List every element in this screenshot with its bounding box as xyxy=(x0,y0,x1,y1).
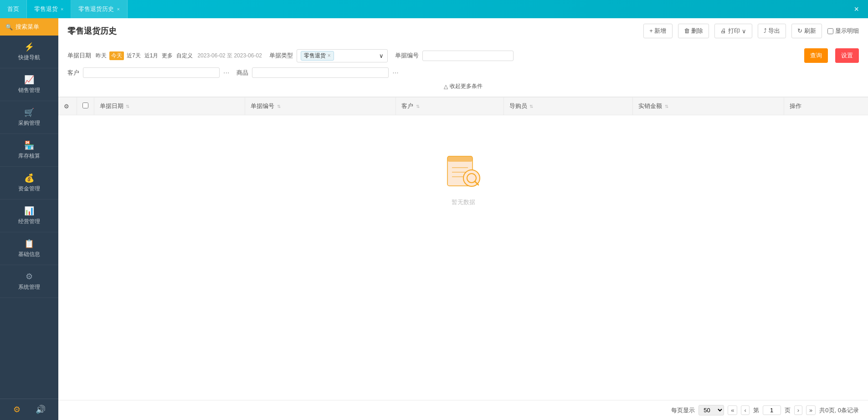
customer-input[interactable] xyxy=(83,67,220,78)
doc-no-filter-group: 单据编号 xyxy=(395,51,514,61)
show-detail-toggle[interactable]: 显示明细 xyxy=(827,27,859,35)
refresh-button[interactable]: ↻ 刷新 xyxy=(791,24,822,38)
th-date[interactable]: 单据日期 ⇅ xyxy=(94,97,245,115)
tab-retail-return-history-label: 零售退货历史 xyxy=(78,5,114,13)
purchase-icon: 🛒 xyxy=(24,108,34,118)
table-container: ⚙ 单据日期 ⇅ 单据编号 ⇅ xyxy=(58,97,868,400)
date-yesterday[interactable]: 昨天 xyxy=(95,51,108,60)
tab-retail-return-close[interactable]: × xyxy=(61,6,63,12)
th-amount[interactable]: 实销金额 ⇅ xyxy=(633,97,784,115)
next-page-btn[interactable]: › xyxy=(794,405,802,415)
th-action-label: 操作 xyxy=(790,102,801,109)
tab-retail-return[interactable]: 零售退货 × xyxy=(27,0,71,18)
audio-bottom-icon[interactable]: 🔊 xyxy=(36,405,46,415)
first-page-btn[interactable]: « xyxy=(728,405,737,415)
doc-no-input[interactable] xyxy=(422,51,514,61)
page-header: 零售退货历史 + 新增 🗑 删除 🖨 打印 ∨ ⤴ 导出 ↻ 刷新 显示明细 xyxy=(58,18,868,97)
page-title-bar: 零售退货历史 + 新增 🗑 删除 🖨 打印 ∨ ⤴ 导出 ↻ 刷新 显示明细 xyxy=(67,24,859,38)
tab-retail-return-history[interactable]: 零售退货历史 × xyxy=(71,0,127,18)
operations-icon: 📊 xyxy=(24,206,34,216)
th-settings[interactable]: ⚙ xyxy=(58,97,77,115)
pagination-bar: 每页显示 20 50 100 « ‹ 第 页 › » 共0页, 0条记录 xyxy=(58,400,868,420)
print-label: 🖨 打印 xyxy=(720,27,740,35)
th-amount-sort-icon: ⇅ xyxy=(665,104,668,109)
sidebar-item-operations[interactable]: 📊 经营管理 xyxy=(0,200,58,232)
th-checkbox[interactable] xyxy=(77,97,94,115)
top-bar: 首页 零售退货 × 零售退货历史 × × xyxy=(0,0,868,18)
goods-dots[interactable]: ··· xyxy=(392,69,398,77)
sidebar-item-system-mgmt[interactable]: ⚙ 系统管理 xyxy=(0,265,58,298)
last-page-btn[interactable]: » xyxy=(806,405,816,415)
page-input[interactable] xyxy=(763,405,781,415)
sidebar-bottom: ⚙ 🔊 xyxy=(0,399,58,420)
collapse-more-btn[interactable]: △ 收起更多条件 xyxy=(444,82,483,90)
customer-label: 客户 xyxy=(67,69,79,77)
sidebar-item-purchase-mgmt[interactable]: 🛒 采购管理 xyxy=(0,101,58,134)
show-detail-checkbox-input[interactable] xyxy=(827,28,833,34)
sidebar: 🔍 搜索菜单 ⚡ 快捷导航 📈 销售管理 🛒 采购管理 🏪 库存核算 💰 资金管… xyxy=(0,18,58,420)
date-more[interactable]: 更多 xyxy=(161,51,174,60)
page-size-select[interactable]: 20 50 100 xyxy=(699,405,724,415)
date-today[interactable]: 今天 xyxy=(109,51,124,60)
settings-col-icon[interactable]: ⚙ xyxy=(64,103,69,110)
th-guide-sort-icon: ⇅ xyxy=(529,104,533,109)
finance-icon: 💰 xyxy=(24,173,34,183)
basic-info-icon: 📋 xyxy=(24,239,34,249)
sidebar-item-sales-mgmt[interactable]: 📈 销售管理 xyxy=(0,68,58,101)
tab-retail-return-history-close[interactable]: × xyxy=(117,6,119,12)
doc-type-label: 单据类型 xyxy=(269,51,293,60)
sidebar-item-operations-label: 经营管理 xyxy=(18,218,40,225)
new-button[interactable]: + 新增 xyxy=(643,24,672,38)
top-right: × xyxy=(850,3,868,16)
th-doc-no[interactable]: 单据编号 ⇅ xyxy=(245,97,395,115)
sidebar-item-quick-nav[interactable]: ⚡ 快捷导航 xyxy=(0,36,58,68)
page-unit: 页 xyxy=(785,406,791,415)
prev-page-btn[interactable]: ‹ xyxy=(741,405,749,415)
sidebar-item-purchase-label: 采购管理 xyxy=(18,119,40,127)
search-icon: 🔍 xyxy=(5,24,13,31)
settings-bottom-icon[interactable]: ⚙ xyxy=(13,405,21,415)
collapse-label: 收起更多条件 xyxy=(450,82,483,90)
tab-home[interactable]: 首页 xyxy=(0,0,27,18)
date-filter-label: 单据日期 xyxy=(67,51,91,60)
sidebar-item-inventory[interactable]: 🏪 库存核算 xyxy=(0,134,58,167)
sidebar-item-inventory-label: 库存核算 xyxy=(18,152,40,160)
doc-type-tag-remove[interactable]: × xyxy=(328,52,331,59)
sidebar-item-basic-info[interactable]: 📋 基础信息 xyxy=(0,232,58,265)
sidebar-item-quick-nav-label: 快捷导航 xyxy=(18,54,40,61)
content-area: 零售退货历史 + 新增 🗑 删除 🖨 打印 ∨ ⤴ 导出 ↻ 刷新 显示明细 xyxy=(58,18,868,420)
doc-type-tag-text: 零售退货 xyxy=(304,52,326,60)
th-doc-no-label: 单据编号 xyxy=(251,102,274,109)
inventory-icon: 🏪 xyxy=(24,140,34,150)
filter-row-1: 单据日期 昨天 今天 近7天 近1月 更多 自定义 2023-06-02 至 2… xyxy=(67,48,859,63)
export-button[interactable]: ⤴ 导出 xyxy=(758,24,786,38)
goods-input[interactable] xyxy=(252,67,389,78)
th-customer[interactable]: 客户 ⇅ xyxy=(396,97,503,115)
delete-button[interactable]: 🗑 删除 xyxy=(678,24,709,38)
date-7days[interactable]: 近7天 xyxy=(126,51,142,60)
print-arrow: ∨ xyxy=(742,28,746,35)
th-action: 操作 xyxy=(784,97,868,115)
sidebar-search[interactable]: 🔍 搜索菜单 xyxy=(0,18,58,36)
customer-dots[interactable]: ··· xyxy=(223,69,229,77)
date-1month[interactable]: 近1月 xyxy=(144,51,159,60)
sidebar-item-finance[interactable]: 💰 资金管理 xyxy=(0,167,58,200)
sidebar-item-finance-label: 资金管理 xyxy=(18,185,40,193)
toolbar: + 新增 🗑 删除 🖨 打印 ∨ ⤴ 导出 ↻ 刷新 显示明细 xyxy=(643,24,859,38)
settings-button[interactable]: 设置 xyxy=(835,48,859,63)
filter-area: 单据日期 昨天 今天 近7天 近1月 更多 自定义 2023-06-02 至 2… xyxy=(67,44,859,97)
close-window-button[interactable]: × xyxy=(850,3,863,16)
select-all-checkbox[interactable] xyxy=(82,102,88,108)
date-custom[interactable]: 自定义 xyxy=(175,51,194,60)
customer-filter-group: 客户 ··· xyxy=(67,67,229,78)
th-doc-no-sort-icon: ⇅ xyxy=(277,104,281,109)
print-button[interactable]: 🖨 打印 ∨ xyxy=(714,24,752,38)
tab-retail-return-label: 零售退货 xyxy=(34,5,58,13)
doc-type-select[interactable]: 零售退货 × ∨ xyxy=(297,49,388,62)
sidebar-item-basic-info-label: 基础信息 xyxy=(18,251,40,258)
query-button[interactable]: 查询 xyxy=(804,48,828,63)
tab-bar: 首页 零售退货 × 零售退货历史 × xyxy=(0,0,850,18)
main-layout: 🔍 搜索菜单 ⚡ 快捷导航 📈 销售管理 🛒 采购管理 🏪 库存核算 💰 资金管… xyxy=(0,18,868,420)
th-guide[interactable]: 导购员 ⇅ xyxy=(503,97,633,115)
th-amount-label: 实销金额 xyxy=(638,102,662,109)
